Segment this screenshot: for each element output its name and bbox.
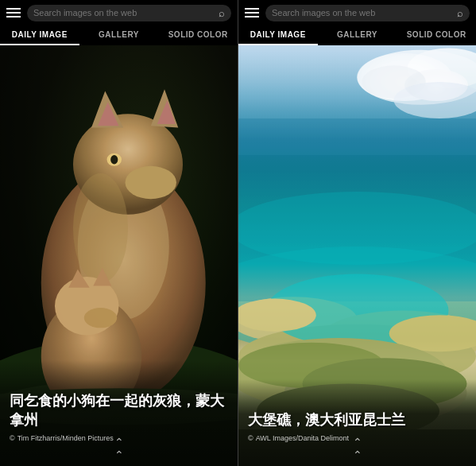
right-header: ⌕	[238, 0, 476, 25]
left-menu-icon[interactable]	[6, 8, 22, 17]
svg-point-6	[126, 166, 176, 199]
right-tab-daily-image[interactable]: DAILY IMAGE	[238, 25, 318, 45]
left-chevron-up-icon: ⌃	[114, 436, 124, 449]
svg-point-16	[84, 308, 117, 328]
right-search-icon: ⌕	[457, 7, 463, 19]
left-tab-daily-image[interactable]: DAILY IMAGE	[0, 25, 79, 45]
svg-point-40	[238, 192, 476, 265]
right-tab-solid-color[interactable]: SOLID COLOR	[397, 25, 476, 45]
right-caption-title: 大堡礁，澳大利亚昆士兰	[248, 411, 466, 429]
left-search-icon: ⌕	[219, 7, 225, 19]
right-tab-gallery[interactable]: GALLERY	[318, 25, 397, 45]
left-tab-gallery[interactable]: GALLERY	[79, 25, 159, 45]
right-menu-icon[interactable]	[245, 8, 261, 17]
left-image-area: 同乞食的小狗在一起的灰狼，蒙大拿州 © Tim Fitzharris/Minde…	[0, 45, 238, 466]
right-panel: ⌕ DAILY IMAGE GALLERY SOLID COLOR	[238, 0, 476, 466]
right-image-area: 大堡礁，澳大利亚昆士兰 © AWL Images/Danita Delimont…	[238, 45, 476, 466]
right-search-bar[interactable]: ⌕	[265, 5, 470, 21]
left-copyright-icon: ©	[10, 434, 15, 442]
right-scroll-indicator[interactable]: ⌃ ⌃	[353, 436, 362, 461]
left-credit-text: Tim Fitzharris/Minden Pictures	[17, 434, 114, 442]
left-search-bar[interactable]: ⌕	[27, 5, 231, 21]
left-tabs: DAILY IMAGE GALLERY SOLID COLOR	[0, 25, 238, 45]
right-chevron-up-icon: ⌃	[353, 436, 362, 449]
right-chevron-up-icon2: ⌃	[353, 449, 362, 461]
right-search-input[interactable]	[272, 8, 452, 17]
right-copyright-icon: ©	[248, 434, 253, 442]
right-tabs: DAILY IMAGE GALLERY SOLID COLOR	[238, 25, 476, 45]
left-chevron-up-icon2: ⌃	[114, 449, 124, 461]
left-panel: ⌕ DAILY IMAGE GALLERY SOLID COLOR	[0, 0, 238, 466]
right-credit-text: AWL Images/Danita Delimont	[256, 434, 349, 442]
left-search-input[interactable]	[33, 8, 214, 17]
left-tab-solid-color[interactable]: SOLID COLOR	[158, 25, 238, 45]
left-scroll-indicator[interactable]: ⌃ ⌃	[114, 436, 124, 461]
left-caption-title: 同乞食的小狗在一起的灰狼，蒙大拿州	[10, 392, 228, 429]
left-header: ⌕	[0, 0, 238, 25]
svg-point-12	[110, 155, 118, 165]
svg-point-13	[73, 173, 128, 283]
